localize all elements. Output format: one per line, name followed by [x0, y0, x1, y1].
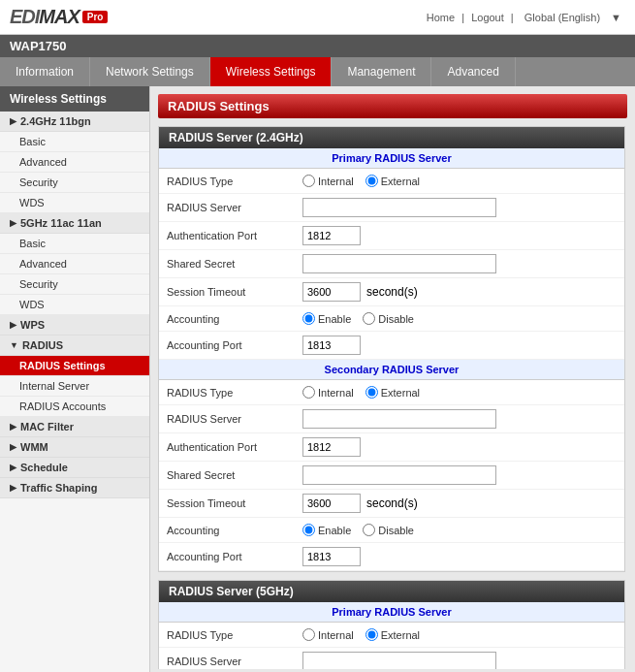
language-select[interactable]: Global (English)	[524, 12, 600, 23]
sidebar-group-5ghz[interactable]: ▶ 5GHz 11ac 11an	[0, 213, 149, 234]
radio-external-5g[interactable]: External	[365, 628, 420, 641]
radio-external-input-5g[interactable]	[365, 628, 378, 641]
radio-external-1[interactable]: External	[365, 175, 420, 187]
radius-server-value-2	[302, 409, 617, 429]
radius-server-label-1: RADIUS Server	[167, 202, 302, 213]
logout-link[interactable]: Logout	[471, 12, 504, 23]
nav-tabs: Information Network Settings Wireless Se…	[0, 57, 635, 86]
radio-external-input-1[interactable]	[365, 175, 378, 187]
accounting-port-value-2	[302, 547, 617, 566]
logo-text: EDIMAX	[10, 6, 79, 28]
sidebar-group-2ghz[interactable]: ▶ 2.4GHz 11bgn	[0, 112, 149, 132]
accounting-port-row-1: Accounting Port	[159, 332, 624, 360]
radius-type-label-1: RADIUS Type	[167, 176, 302, 187]
radio-disable-input-2[interactable]	[363, 524, 375, 536]
expand-icon-wmm: ▶	[10, 442, 16, 452]
radio-enable-1[interactable]: Enable	[302, 312, 351, 325]
session-timeout-input-2[interactable]	[302, 494, 361, 513]
sidebar-item-5ghz-wds[interactable]: WDS	[0, 295, 149, 315]
sidebar-item-2ghz-wds[interactable]: WDS	[0, 193, 149, 213]
radio-disable-2[interactable]: Disable	[363, 524, 414, 536]
radius-type-label-5g: RADIUS Type	[167, 629, 302, 641]
session-timeout-value-1: second(s)	[302, 282, 617, 302]
sidebar-group-radius[interactable]: ▼ RADIUS	[0, 336, 149, 356]
shared-secret-label-2: Shared Secret	[167, 469, 302, 481]
sidebar-title: Wireless Settings	[0, 86, 149, 112]
device-name: WAP1750	[10, 39, 67, 53]
radio-disable-1[interactable]: Disable	[363, 312, 414, 325]
accounting-port-row-2: Accounting Port	[159, 543, 624, 571]
auth-port-value-2	[302, 437, 617, 457]
radius-server-input-1[interactable]	[302, 198, 496, 217]
radio-internal-input-1[interactable]	[302, 175, 315, 187]
sidebar-item-internal-server[interactable]: Internal Server	[0, 376, 149, 397]
sidebar-item-5ghz-basic[interactable]: Basic	[0, 234, 149, 254]
accounting-label-2: Accounting	[167, 525, 302, 536]
radio-enable-input-2[interactable]	[302, 524, 315, 536]
radius-server-value-5g	[302, 652, 617, 669]
radio-internal-2[interactable]: Internal	[302, 386, 354, 399]
session-timeout-input-1[interactable]	[302, 282, 361, 302]
sidebar-item-5ghz-security[interactable]: Security	[0, 274, 149, 295]
sidebar-item-2ghz-security[interactable]: Security	[0, 173, 149, 193]
radio-external-input-2[interactable]	[365, 386, 378, 399]
radius-server-label-5g: RADIUS Server	[167, 656, 302, 667]
radius-5ghz-title: RADIUS Server (5GHz)	[159, 581, 624, 602]
tab-information[interactable]: Information	[0, 57, 90, 86]
radio-internal-1[interactable]: Internal	[302, 175, 354, 187]
sidebar-group-wmm[interactable]: ▶ WMM	[0, 437, 149, 458]
seconds-label-1: second(s)	[366, 285, 418, 299]
accounting-port-label-2: Accounting Port	[167, 551, 302, 562]
home-link[interactable]: Home	[427, 12, 455, 23]
expand-icon-traffic: ▶	[10, 483, 16, 493]
tab-wireless-settings[interactable]: Wireless Settings	[210, 57, 333, 86]
auth-port-input-1[interactable]	[302, 226, 361, 245]
radius-server-input-2[interactable]	[302, 409, 496, 429]
accounting-port-input-1[interactable]	[302, 336, 361, 355]
expand-icon-5ghz: ▶	[10, 218, 16, 228]
device-bar: WAP1750	[0, 35, 635, 57]
sidebar-item-2ghz-advanced[interactable]: Advanced	[0, 152, 149, 173]
expand-icon-schedule: ▶	[10, 463, 16, 472]
scroll-content[interactable]: RADIUS Server (2.4GHz) Primary RADIUS Se…	[158, 126, 627, 669]
radius-type-row-5g: RADIUS Type Internal External	[159, 623, 624, 648]
auth-port-input-2[interactable]	[302, 437, 361, 457]
sidebar-item-radius-settings[interactable]: RADIUS Settings	[0, 356, 149, 376]
content-area: RADIUS Settings RADIUS Server (2.4GHz) P…	[150, 86, 635, 672]
tab-network-settings[interactable]: Network Settings	[90, 57, 210, 86]
expand-icon-mac: ▶	[10, 422, 16, 432]
session-timeout-row-1: Session Timeout second(s)	[159, 278, 624, 306]
sidebar-group-mac-filter[interactable]: ▶ MAC Filter	[0, 417, 149, 437]
shared-secret-input-2[interactable]	[302, 465, 496, 485]
radio-enable-2[interactable]: Enable	[302, 524, 351, 536]
radio-disable-input-1[interactable]	[363, 312, 375, 325]
sidebar-group-5ghz-label: 5GHz 11ac 11an	[20, 217, 102, 229]
session-timeout-label-2: Session Timeout	[167, 497, 302, 509]
radio-external-2[interactable]: External	[365, 386, 420, 399]
accounting-row-2: Accounting Enable Disable	[159, 518, 624, 543]
radio-internal-5g[interactable]: Internal	[302, 628, 354, 641]
radio-enable-input-1[interactable]	[302, 312, 315, 325]
sidebar: Wireless Settings ▶ 2.4GHz 11bgn Basic A…	[0, 86, 150, 672]
sidebar-group-schedule[interactable]: ▶ Schedule	[0, 458, 149, 478]
radio-internal-input-5g[interactable]	[302, 628, 315, 641]
radius-server-row-1: RADIUS Server	[159, 194, 624, 222]
auth-port-row-1: Authentication Port	[159, 222, 624, 250]
radius-server-input-5g[interactable]	[302, 652, 496, 669]
sidebar-group-wps[interactable]: ▶ WPS	[0, 315, 149, 336]
tab-advanced[interactable]: Advanced	[431, 57, 515, 86]
radius-type-row-2: RADIUS Type Internal External	[159, 380, 624, 405]
shared-secret-input-1[interactable]	[302, 254, 496, 273]
radius-server-label-2: RADIUS Server	[167, 413, 302, 425]
radius-type-value-5g: Internal External	[302, 628, 617, 641]
sidebar-item-radius-accounts[interactable]: RADIUS Accounts	[0, 397, 149, 417]
radio-internal-input-2[interactable]	[302, 386, 315, 399]
sidebar-item-2ghz-basic[interactable]: Basic	[0, 132, 149, 152]
sidebar-group-traffic[interactable]: ▶ Traffic Shaping	[0, 478, 149, 498]
sidebar-item-5ghz-advanced[interactable]: Advanced	[0, 254, 149, 274]
accounting-value-2: Enable Disable	[302, 524, 617, 536]
tab-management[interactable]: Management	[332, 57, 431, 86]
primary-5ghz-subtitle: Primary RADIUS Server	[159, 602, 624, 623]
accounting-port-input-2[interactable]	[302, 547, 361, 566]
auth-port-row-2: Authentication Port	[159, 433, 624, 462]
